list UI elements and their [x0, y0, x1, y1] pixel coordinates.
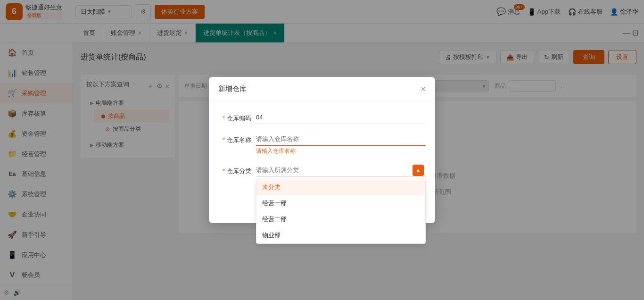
modal-title: 新增仓库	[218, 84, 247, 93]
dropdown-option-no-category[interactable]: 未分类	[256, 179, 425, 195]
warehouse-code-input[interactable]	[256, 111, 426, 124]
category-dropdown-input[interactable]	[256, 164, 426, 177]
warehouse-name-label: 仓库名称	[218, 133, 251, 144]
add-warehouse-modal: 新增仓库 × 仓库编码 仓库名称 请输入仓库名称	[209, 77, 435, 223]
warehouse-code-label: 仓库编码	[218, 111, 251, 123]
warehouse-name-input[interactable]	[256, 133, 426, 146]
modal-header: 新增仓库 ×	[209, 77, 435, 101]
category-dropdown-arrow-icon[interactable]: ▲	[413, 165, 424, 176]
modal-overlay[interactable]: 新增仓库 × 仓库编码 仓库名称 请输入仓库名称	[0, 0, 644, 300]
modal-close-icon[interactable]: ×	[421, 85, 426, 93]
warehouse-name-row: 仓库名称 请输入仓库名称	[218, 133, 426, 155]
dropdown-option-dept2[interactable]: 经营二部	[256, 211, 425, 227]
warehouse-category-row: 仓库分类 ▲ 未分类 经营一部 经营二部 物业部	[218, 164, 426, 177]
dropdown-option-dept1[interactable]: 经营一部	[256, 195, 425, 211]
category-dropdown-wrapper: ▲ 未分类 经营一部 经营二部 物业部	[256, 164, 426, 177]
dropdown-option-property[interactable]: 物业部	[256, 227, 425, 243]
warehouse-name-error: 请输入仓库名称	[256, 147, 426, 155]
category-dropdown-list: 未分类 经营一部 经营二部 物业部	[256, 179, 426, 244]
modal-body: 仓库编码 仓库名称 请输入仓库名称 仓库分类 ▲	[209, 101, 435, 195]
warehouse-code-row: 仓库编码	[218, 111, 426, 124]
warehouse-category-label: 仓库分类	[218, 164, 251, 175]
